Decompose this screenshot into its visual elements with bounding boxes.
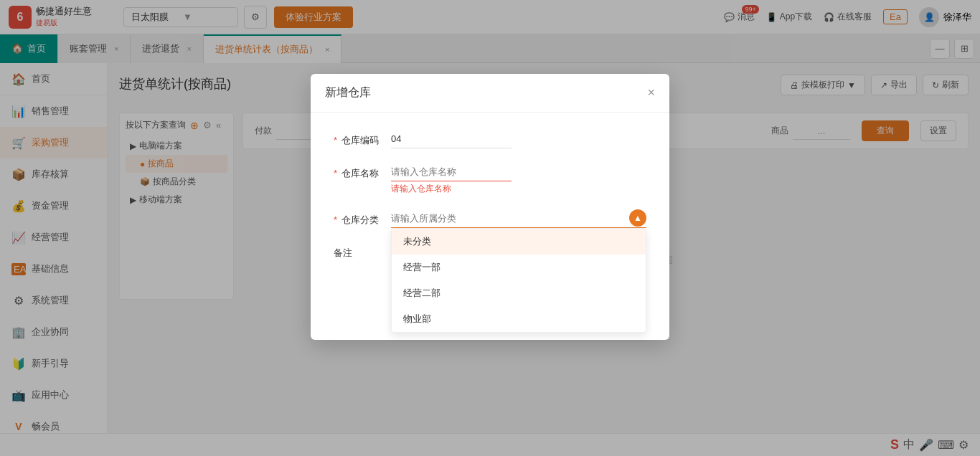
new-warehouse-modal: 新增仓库 × * 仓库编码 * 仓库名称	[311, 74, 669, 340]
name-input[interactable]	[391, 163, 512, 181]
form-name-label: * 仓库名称	[334, 163, 391, 180]
form-remark-label: 备注	[334, 242, 391, 260]
form-category-field: ▲ 未分类 经营一部 经营二部 物业部	[391, 209, 646, 228]
modal-title: 新增仓库	[325, 85, 371, 100]
name-error-msg: 请输入仓库名称	[391, 183, 646, 195]
category-input[interactable]	[391, 209, 629, 227]
modal-backdrop[interactable]: 新增仓库 × * 仓库编码 * 仓库名称	[0, 0, 980, 456]
form-row-code: * 仓库编码	[334, 130, 646, 148]
dropdown-option-uncategorized[interactable]: 未分类	[392, 229, 646, 255]
chevron-up-icon: ▲	[629, 209, 646, 227]
form-row-name: * 仓库名称 请输入仓库名称	[334, 163, 646, 195]
form-category-label: * 仓库分类	[334, 209, 391, 227]
category-dropdown-list: 未分类 经营一部 经营二部 物业部	[391, 228, 646, 333]
dropdown-option-dept3[interactable]: 物业部	[392, 306, 646, 332]
code-input[interactable]	[391, 130, 512, 148]
dropdown-option-dept2[interactable]: 经营二部	[392, 280, 646, 306]
category-dropdown-trigger[interactable]: ▲	[391, 209, 646, 228]
form-row-category: * 仓库分类 ▲ 未分类 经营一部 经营二部 物业部	[334, 209, 646, 228]
form-name-field: 请输入仓库名称	[391, 163, 646, 195]
modal-close-button[interactable]: ×	[647, 86, 655, 99]
form-code-label: * 仓库编码	[334, 130, 391, 147]
form-code-field	[391, 130, 646, 148]
modal-header: 新增仓库 ×	[311, 74, 669, 113]
modal-body: * 仓库编码 * 仓库名称 请输入仓库名称	[311, 113, 669, 293]
dropdown-option-dept1[interactable]: 经营一部	[392, 255, 646, 280]
